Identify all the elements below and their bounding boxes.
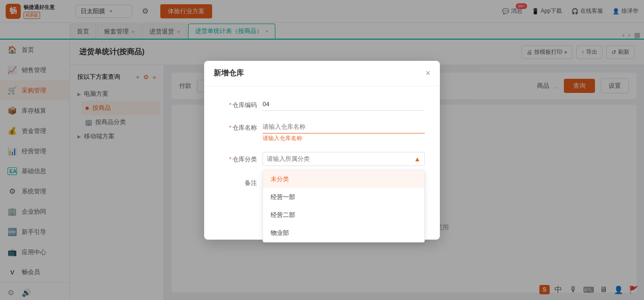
modal-title: 新增仓库 bbox=[214, 68, 244, 78]
dropdown-item-dept1[interactable]: 经营一部 bbox=[263, 188, 424, 206]
modal-overlay[interactable]: 新增仓库 × 仓库编码 仓库名称 请输入仓库名称 仓库分类 bbox=[0, 0, 644, 300]
name-input-wrapper: 请输入仓库名称 bbox=[263, 120, 425, 142]
modal-close-button[interactable]: × bbox=[425, 69, 430, 77]
category-input-wrapper: ▲ 未分类 经营一部 经营二部 物业部 bbox=[263, 152, 425, 166]
code-input-wrapper bbox=[263, 98, 425, 111]
category-label: 仓库分类 bbox=[219, 152, 257, 164]
name-input[interactable] bbox=[263, 120, 425, 133]
new-warehouse-modal: 新增仓库 × 仓库编码 仓库名称 请输入仓库名称 仓库分类 bbox=[204, 61, 440, 240]
category-field-row: 仓库分类 ▲ 未分类 经营一部 经营二部 物业部 bbox=[219, 152, 425, 166]
notes-label: 备注 bbox=[219, 175, 257, 187]
dropdown-item-dept2[interactable]: 经营二部 bbox=[263, 206, 424, 224]
code-field-row: 仓库编码 bbox=[219, 98, 425, 111]
name-label: 仓库名称 bbox=[219, 120, 257, 132]
name-field-row: 仓库名称 请输入仓库名称 bbox=[219, 120, 425, 142]
code-input[interactable] bbox=[263, 98, 425, 111]
modal-header: 新增仓库 × bbox=[204, 61, 440, 86]
dropdown-item-uncategorized[interactable]: 未分类 bbox=[263, 170, 424, 188]
category-arrow-icon[interactable]: ▲ bbox=[414, 155, 421, 163]
category-dropdown: 未分类 经营一部 经营二部 物业部 bbox=[263, 170, 425, 242]
code-label: 仓库编码 bbox=[219, 98, 257, 109]
name-error-hint: 请输入仓库名称 bbox=[263, 134, 425, 142]
modal-body: 仓库编码 仓库名称 请输入仓库名称 仓库分类 ▲ bbox=[204, 86, 440, 209]
dropdown-item-property[interactable]: 物业部 bbox=[263, 224, 424, 242]
category-input[interactable] bbox=[267, 155, 414, 162]
category-input-row: ▲ bbox=[263, 152, 425, 166]
